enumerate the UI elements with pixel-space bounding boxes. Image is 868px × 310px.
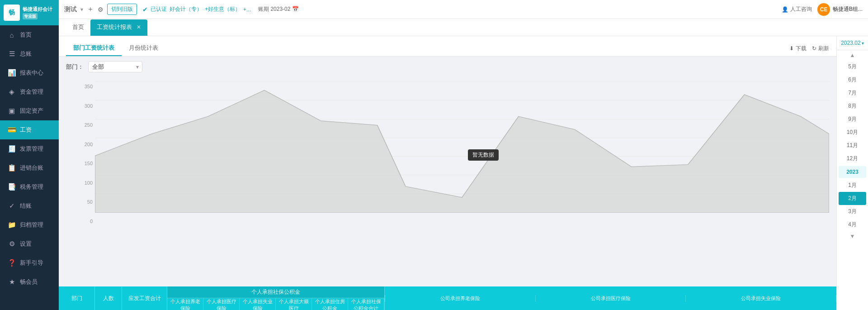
- y-label-50: 50: [77, 199, 93, 205]
- sidebar-item-newguide[interactable]: ❓ 新手引导: [0, 253, 59, 272]
- sidebar-item-salary-label: 工资: [20, 126, 32, 134]
- main-area: 测试 ▾ ＋ ⚙ 切到旧版 ✔ 已认证 好会计（专） +好生意（标） +... …: [59, 0, 868, 310]
- assets-icon: ▣: [7, 107, 16, 115]
- dept-select-wrapper[interactable]: 全部 部门1 部门2: [88, 61, 142, 72]
- y-label-100: 100: [77, 180, 93, 186]
- sidebar-item-ledger[interactable]: ☰ 总账: [0, 44, 59, 63]
- panel-year-text: 2023.02: [841, 40, 860, 46]
- th-company-unemployment: 公司承担失业保险: [686, 295, 836, 302]
- download-icon: ⬇: [789, 45, 794, 52]
- filter-bar: 部门： 全部 部门1 部门2: [59, 57, 836, 77]
- bottom-table-header: 部门 人数 应发工资合计 个人承担社保公积金 个人承担养老保险 个人承担医疗保险…: [59, 286, 836, 310]
- panel-scroll-up[interactable]: ▲: [837, 50, 868, 60]
- help-button[interactable]: 👤 人工咨询: [782, 5, 812, 13]
- panel-month-6[interactable]: 6月: [837, 73, 868, 86]
- tabbar: 首页 工资统计报表 ✕: [59, 19, 868, 36]
- sidebar-item-ledger-label: 总账: [20, 50, 32, 58]
- panel-month-7[interactable]: 7月: [837, 86, 868, 100]
- tab-salary-report[interactable]: 工资统计报表 ✕: [90, 19, 147, 36]
- sidebar-item-sales[interactable]: 📋 进销台账: [0, 158, 59, 177]
- panel-year-display[interactable]: 2023.02 ▾: [839, 40, 866, 46]
- table-header-row: 部门 人数 应发工资合计 个人承担社保公积金 个人承担养老保险 个人承担医疗保险…: [59, 286, 836, 310]
- logo-icon: 畅: [4, 5, 20, 21]
- archive-icon: 📁: [7, 221, 16, 229]
- logo-badge: 专业版: [23, 13, 38, 20]
- sidebar-item-settings[interactable]: ⚙ 设置: [0, 234, 59, 253]
- th-personal-pension: 个人承担养老保险: [167, 298, 203, 310]
- tab-close-icon[interactable]: ✕: [137, 24, 141, 30]
- sidebar-item-archive[interactable]: 📁 归档管理: [0, 215, 59, 234]
- y-label-150: 150: [77, 161, 93, 166]
- panel-month-10[interactable]: 10月: [837, 126, 868, 139]
- sub-tab-monthly[interactable]: 月份统计表: [122, 41, 165, 56]
- panel-month-2-active[interactable]: 2月: [839, 192, 866, 205]
- sidebar-item-reports[interactable]: 📊 报表中心: [0, 63, 59, 82]
- sales-icon: 📋: [7, 164, 16, 172]
- th-base-salary: 应发工资合计: [122, 286, 167, 310]
- reports-icon: 📊: [7, 69, 16, 77]
- topbar-dropdown-arrow[interactable]: ▾: [80, 6, 83, 13]
- sub-tab-dept[interactable]: 部门工资统计表: [66, 41, 122, 56]
- sidebar-item-checkout[interactable]: ✓ 结账: [0, 196, 59, 215]
- sidebar-item-archive-label: 归档管理: [20, 221, 43, 229]
- invoice-icon: 🧾: [7, 145, 16, 153]
- panel-year-icon: ▾: [862, 41, 864, 46]
- sidebar-item-funds[interactable]: ◈ 资金管理: [0, 82, 59, 101]
- sidebar-item-funds-label: 资金管理: [20, 88, 43, 96]
- calendar-icon[interactable]: 📅: [292, 6, 299, 12]
- home-icon: ⌂: [7, 31, 16, 39]
- funds-icon: ◈: [7, 88, 16, 96]
- sidebar-item-invoice[interactable]: 🧾 发票管理: [0, 139, 59, 158]
- topbar-title: 测试: [64, 5, 77, 14]
- panel-month-11[interactable]: 11月: [837, 139, 868, 152]
- y-axis: 0 50 100 150 200 250 300 350: [77, 81, 93, 226]
- th-company-medical: 公司承担医疗保险: [536, 295, 686, 302]
- content-wrapper: 部门工资统计表 月份统计表 ⬇ 下载 ↻ 刷新: [59, 36, 868, 310]
- th-company-pension: 公司承担养老保险: [385, 295, 536, 302]
- dept-select[interactable]: 全部 部门1 部门2: [88, 61, 142, 72]
- user-menu[interactable]: CE 畅捷通B组...: [817, 3, 863, 16]
- topbar-add-button[interactable]: ＋: [87, 5, 94, 14]
- settings-icon: ⚙: [7, 240, 16, 248]
- status-more: +...: [243, 6, 251, 13]
- topbar-status: ✔ 已认证 好会计（专） +好生意（标） +...: [142, 5, 251, 13]
- panel-year-2023: 2023: [839, 166, 866, 178]
- logo-name: 畅捷通好会计: [23, 6, 52, 13]
- panel-month-3[interactable]: 3月: [837, 205, 868, 218]
- sidebar-item-tax[interactable]: 📑 税务管理: [0, 177, 59, 196]
- sidebar-item-tax-label: 税务管理: [20, 183, 43, 191]
- y-label-200: 200: [77, 142, 93, 147]
- sidebar-item-invoice-label: 发票管理: [20, 145, 43, 153]
- sidebar-item-reports-label: 报表中心: [20, 69, 43, 77]
- sub-tab-actions: ⬇ 下载 ↻ 刷新: [789, 45, 829, 52]
- panel-month-8[interactable]: 8月: [837, 100, 868, 113]
- sidebar: 畅 畅捷通好会计 专业版 ⌂ 首页 ☰ 总账 📊 报表中心 ◈ 资金管理 ▣ 固…: [0, 0, 59, 310]
- panel-scroll-down[interactable]: ▼: [837, 231, 868, 241]
- th-dept: 部门: [59, 286, 95, 310]
- salary-icon: 💳: [7, 126, 16, 134]
- sidebar-item-member[interactable]: ★ 畅会员: [0, 272, 59, 291]
- topbar-right: 👤 人工咨询 CE 畅捷通B组...: [782, 3, 863, 16]
- download-button[interactable]: ⬇ 下载: [789, 45, 807, 52]
- y-label-300: 300: [77, 103, 93, 109]
- status-good-biz: +好生意（标）: [205, 5, 241, 13]
- th-personal-medical: 个人承担医疗保险: [203, 298, 240, 310]
- topbar-settings-icon[interactable]: ⚙: [98, 6, 104, 13]
- refresh-icon: ↻: [812, 45, 816, 52]
- panel-month-4[interactable]: 4月: [837, 218, 868, 231]
- panel-month-5[interactable]: 5月: [837, 60, 868, 73]
- sidebar-item-checkout-label: 结账: [20, 202, 32, 210]
- filter-dept-label: 部门：: [66, 63, 84, 71]
- panel-month-9[interactable]: 9月: [837, 113, 868, 126]
- sidebar-item-home[interactable]: ⌂ 首页: [0, 25, 59, 44]
- tab-home[interactable]: 首页: [66, 19, 90, 36]
- sidebar-item-salary[interactable]: 💳 工资: [0, 120, 59, 139]
- panel-month-12[interactable]: 12月: [837, 152, 868, 165]
- tax-icon: 📑: [7, 183, 16, 191]
- panel-month-1[interactable]: 1月: [837, 179, 868, 192]
- user-label: 畅捷通B组...: [833, 5, 863, 13]
- switch-old-version-button[interactable]: 切到旧版: [107, 4, 137, 15]
- chart-area: 0 50 100 150 200 250 300 350: [59, 77, 836, 310]
- sidebar-item-assets[interactable]: ▣ 固定资产: [0, 101, 59, 120]
- refresh-button[interactable]: ↻ 刷新: [812, 45, 829, 52]
